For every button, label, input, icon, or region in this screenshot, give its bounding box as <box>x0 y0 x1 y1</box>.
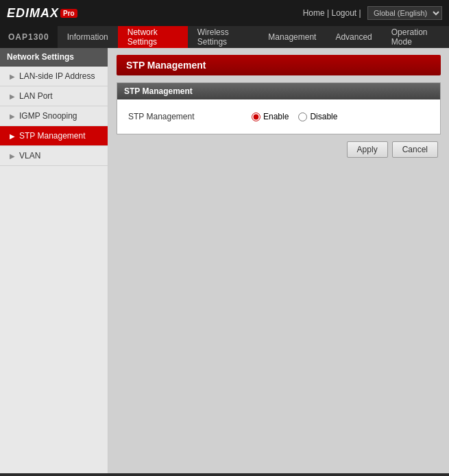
arrow-icon: ▶ <box>10 73 15 80</box>
content-area: STP Management STP Management STP Manage… <box>108 48 449 473</box>
tab-advanced[interactable]: Advanced <box>326 26 381 48</box>
sidebar-item-stp-management[interactable]: ▶ STP Management <box>0 126 108 146</box>
section-header: STP Management <box>117 83 440 99</box>
main-layout: Network Settings ▶ LAN-side IP Address ▶… <box>0 48 449 473</box>
tab-management[interactable]: Management <box>258 26 326 48</box>
separator2: | <box>359 8 363 18</box>
form-row-stp: STP Management Enable Disable <box>121 106 436 127</box>
section-body: STP Management Enable Disable <box>117 99 440 134</box>
arrow-icon: ▶ <box>10 93 15 100</box>
sidebar-item-vlan[interactable]: ▶ VLAN <box>0 146 108 166</box>
sidebar-item-label: VLAN <box>19 151 40 160</box>
sidebar-item-lan-side-ip[interactable]: ▶ LAN-side IP Address <box>0 67 108 86</box>
sidebar-title: Network Settings <box>0 48 108 67</box>
logout-link[interactable]: Logout <box>332 8 357 18</box>
logo-edimax: EDIMAX <box>7 6 59 21</box>
sidebar-item-lan-port[interactable]: ▶ LAN Port <box>0 86 108 106</box>
stp-label: STP Management <box>128 112 252 121</box>
header: EDIMAX Pro Home | Logout | Global (Engli… <box>0 0 449 26</box>
arrow-icon: ▶ <box>10 112 15 120</box>
tab-operation-mode[interactable]: Operation Mode <box>382 26 449 48</box>
header-links: Home | Logout | Global (English) <box>303 6 442 20</box>
footer: Copyright 2017 © EDIMAX Technology Co., … <box>0 473 449 476</box>
logo-pro: Pro <box>60 9 77 18</box>
sidebar-item-label: LAN Port <box>19 91 53 101</box>
nav-brand: OAP1300 <box>0 26 58 48</box>
navigation: OAP1300 Information Network Settings Wir… <box>0 26 449 48</box>
enable-radio[interactable] <box>252 112 260 121</box>
enable-label: Enable <box>263 112 289 121</box>
disable-label: Disable <box>310 112 337 121</box>
home-link[interactable]: Home <box>303 8 325 18</box>
logo-area: EDIMAX Pro <box>7 6 77 21</box>
stp-management-section: STP Management STP Management Enable Dis… <box>117 82 441 134</box>
language-select[interactable]: Global (English) <box>367 6 442 20</box>
page-title: STP Management <box>117 55 441 75</box>
tab-wireless-settings[interactable]: Wireless Settings <box>188 26 259 48</box>
sidebar-item-label: STP Management <box>19 131 86 141</box>
enable-radio-label[interactable]: Enable <box>252 112 289 121</box>
stp-controls: Enable Disable <box>252 112 337 121</box>
arrow-icon: ▶ <box>10 132 15 140</box>
tab-network-settings[interactable]: Network Settings <box>118 26 188 48</box>
sidebar-item-igmp-snooping[interactable]: ▶ IGMP Snooping <box>0 106 108 126</box>
sidebar-item-label: LAN-side IP Address <box>19 71 95 81</box>
tab-information[interactable]: Information <box>58 26 118 48</box>
disable-radio-label[interactable]: Disable <box>298 112 337 121</box>
cancel-button[interactable]: Cancel <box>392 141 438 158</box>
sidebar: Network Settings ▶ LAN-side IP Address ▶… <box>0 48 108 473</box>
sidebar-item-label: IGMP Snooping <box>19 111 77 121</box>
apply-button[interactable]: Apply <box>347 141 388 158</box>
button-row: Apply Cancel <box>117 141 441 158</box>
disable-radio[interactable] <box>298 112 307 121</box>
arrow-icon: ▶ <box>10 152 15 160</box>
